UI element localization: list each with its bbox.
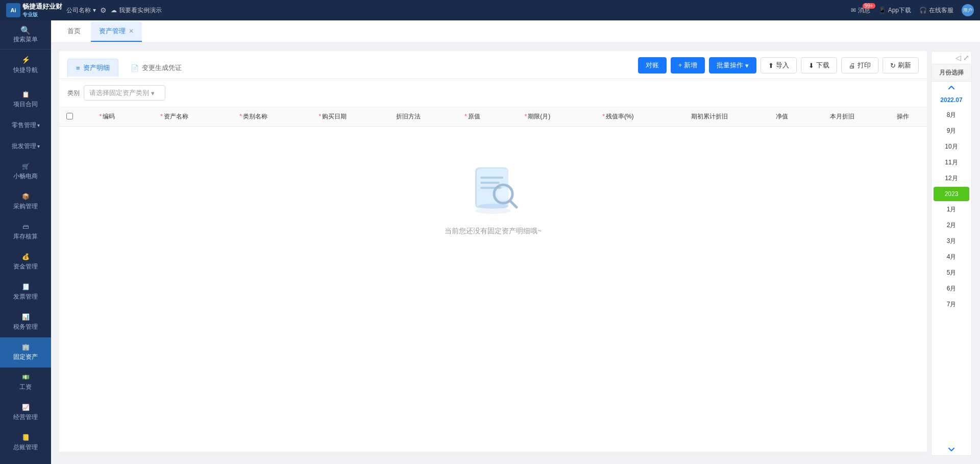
- quick-nav-label: 快捷导航: [13, 66, 38, 75]
- company-selector[interactable]: 公司名称 ▾: [66, 6, 96, 15]
- month-nav-up[interactable]: [932, 82, 971, 93]
- svg-rect-3: [480, 177, 503, 179]
- table-header-row: *编码 *资产名称 *类别名称 *购买日期 折旧方法 *原值 *期限(月) *残…: [59, 107, 927, 127]
- reconcile-label: 对账: [646, 61, 659, 70]
- month-item-5[interactable]: 5月: [932, 265, 971, 281]
- sidebar-item-purchase[interactable]: 📦 采购管理: [0, 187, 51, 217]
- tab-asset-mgmt-label: 资产管理: [99, 27, 126, 36]
- month-item-7[interactable]: 7月: [932, 297, 971, 312]
- settings-button[interactable]: ⚙: [100, 6, 107, 14]
- search-menu-item[interactable]: 🔍 搜索菜单: [0, 20, 51, 50]
- sidebar-item-ledger[interactable]: 📒 总账管理: [0, 428, 51, 458]
- subtab-detail-label: 资产明细: [83, 63, 110, 72]
- add-button[interactable]: + 新增: [671, 57, 705, 74]
- table-header: *编码 *资产名称 *类别名称 *购买日期 折旧方法 *原值 *期限(月) *残…: [59, 107, 927, 127]
- sidebar-item-quick-nav[interactable]: ⚡ 快捷导航: [0, 50, 51, 81]
- th-depreciation-method: 折旧方法: [372, 107, 445, 127]
- month-item-8[interactable]: 8月: [932, 107, 971, 123]
- month-item-3[interactable]: 3月: [932, 233, 971, 249]
- sidebar-item-salary[interactable]: 💵 工资: [0, 368, 51, 398]
- search-menu-label: 搜索菜单: [4, 35, 47, 44]
- svg-rect-4: [480, 182, 500, 184]
- chevron-down-icon: [948, 446, 955, 453]
- category-filter: 类别 请选择固定资产类别 ▾: [67, 85, 165, 101]
- th-period: *期限(月): [500, 107, 575, 127]
- refresh-button[interactable]: ↻ 刷新: [883, 57, 919, 74]
- brand-logo: Ai: [6, 3, 20, 17]
- refresh-icon: ↻: [890, 62, 896, 69]
- invoice-icon: 🧾: [22, 283, 30, 290]
- download-button[interactable]: ⬇ 下载: [801, 57, 837, 74]
- svg-line-8: [510, 201, 517, 207]
- panel-minimize-button[interactable]: ◁: [955, 54, 961, 62]
- tab-close-asset-mgmt[interactable]: ✕: [129, 28, 134, 35]
- sidebar-item-tax[interactable]: 📊 税务管理: [0, 307, 51, 337]
- sidebar-label-salary: 工资: [19, 383, 32, 392]
- project-icon: 📋: [22, 91, 30, 98]
- reconcile-button[interactable]: 对账: [638, 57, 667, 74]
- select-all-checkbox[interactable]: [66, 113, 73, 119]
- sidebar-item-inventory[interactable]: 🗃 库存核算: [0, 217, 51, 247]
- month-item-10[interactable]: 10月: [932, 139, 971, 155]
- sidebar-item-project[interactable]: 📋 项目合同: [0, 85, 51, 115]
- brand-name: 畅捷通好业财: [22, 2, 62, 11]
- category-dropdown[interactable]: 请选择固定资产类别 ▾: [84, 85, 165, 101]
- tab-asset-mgmt[interactable]: 资产管理 ✕: [91, 21, 142, 42]
- th-net-value: 净值: [757, 107, 806, 127]
- tab-home[interactable]: 首页: [59, 21, 89, 42]
- app-download-button[interactable]: 📱 App下载: [878, 6, 911, 15]
- sub-tab-bar: ≡ 资产明细 📄 变更生成凭证 对账 + 新增: [59, 51, 927, 79]
- month-item-1[interactable]: 1月: [932, 202, 971, 217]
- sidebar-item-ecommerce[interactable]: 🛒 小畅电商: [0, 157, 51, 187]
- purchase-icon: 📦: [22, 193, 30, 200]
- arrow-icon-retail: ▾: [37, 123, 40, 128]
- bottom-scrollbar[interactable]: [59, 452, 927, 456]
- ledger-icon: 📒: [22, 434, 30, 441]
- sidebar-item-invoice[interactable]: 🧾 发票管理: [0, 277, 51, 307]
- online-service-button[interactable]: 🎧 在线客服: [919, 6, 953, 15]
- brand-edition: 专业版: [22, 11, 62, 18]
- refresh-label: 刷新: [898, 61, 911, 70]
- th-name: *资产名称: [135, 107, 214, 127]
- month-list: 2022.07 8月 9月 10月 11月 12月 2023 1月 2月 3月 …: [932, 93, 971, 444]
- sidebar-item-operations[interactable]: 📈 经营管理: [0, 398, 51, 428]
- month-item-11[interactable]: 11月: [932, 155, 971, 170]
- sidebar-item-fixed-assets[interactable]: 🏢 固定资产: [0, 337, 51, 368]
- top-bar-right: ✉ 消息 99+ 📱 App下载 🎧 在线客服 用户: [851, 4, 974, 16]
- month-item-12[interactable]: 12月: [932, 170, 971, 186]
- content-area: 首页 资产管理 ✕ ≡ 资产明细 📄 变更生成凭证: [51, 20, 980, 464]
- user-avatar[interactable]: 用户: [962, 4, 974, 16]
- company-name: 公司名称: [66, 6, 91, 15]
- month-panel-header: 月份选择: [932, 64, 971, 82]
- sidebar-label-tax: 税务管理: [13, 323, 38, 331]
- top-bar: Ai 畅捷通好业财 专业版 公司名称 ▾ ⚙ ☁ 我要看实例演示 ✉ 消息 99…: [0, 0, 980, 20]
- category-label: 类别: [67, 89, 80, 97]
- month-item-9[interactable]: 9月: [932, 123, 971, 139]
- subtab-voucher[interactable]: 📄 变更生成凭证: [122, 59, 190, 77]
- month-item-6[interactable]: 6月: [932, 281, 971, 297]
- th-code: *编码: [80, 107, 135, 127]
- panel-maximize-button[interactable]: ⤢: [963, 54, 969, 62]
- subtab-asset-detail[interactable]: ≡ 资产明细: [67, 59, 118, 77]
- batch-button[interactable]: 批量操作 ▾: [709, 57, 756, 74]
- th-residual-rate: *残值率(%): [575, 107, 661, 127]
- sidebar-item-retail[interactable]: 零售管理 ▾: [0, 115, 51, 136]
- demo-link[interactable]: ☁ 我要看实例演示: [111, 6, 162, 15]
- month-nav-down[interactable]: [932, 444, 971, 455]
- ecommerce-icon: 🛒: [22, 163, 30, 170]
- import-button[interactable]: ⬆ 导入: [761, 57, 797, 74]
- month-item-4[interactable]: 4月: [932, 249, 971, 265]
- sidebar-item-wholesale[interactable]: 批发管理 ▾: [0, 136, 51, 157]
- print-button[interactable]: 🖨 打印: [841, 57, 878, 74]
- batch-label: 批量操作: [717, 61, 743, 70]
- brand-text: 畅捷通好业财 专业版: [22, 2, 62, 18]
- month-item-year-badge[interactable]: 2023: [934, 187, 969, 201]
- sidebar-item-basic-info[interactable]: ℹ 基础信息: [0, 458, 51, 464]
- main-panel: ≡ 资产明细 📄 变更生成凭证 对账 + 新增: [59, 51, 927, 456]
- sidebar-item-finance[interactable]: 💰 资金管理: [0, 247, 51, 277]
- month-item-current-year-label[interactable]: 2022.07: [932, 93, 971, 107]
- message-button[interactable]: ✉ 消息 99+: [851, 6, 870, 15]
- main-layout: 🔍 搜索菜单 ⚡ 快捷导航 📋 项目合同 零售管理 ▾ 批发管理 ▾ 🛒 小畅电…: [0, 20, 980, 464]
- asset-data-table: *编码 *资产名称 *类别名称 *购买日期 折旧方法 *原值 *期限(月) *残…: [59, 107, 927, 127]
- month-item-2[interactable]: 2月: [932, 217, 971, 233]
